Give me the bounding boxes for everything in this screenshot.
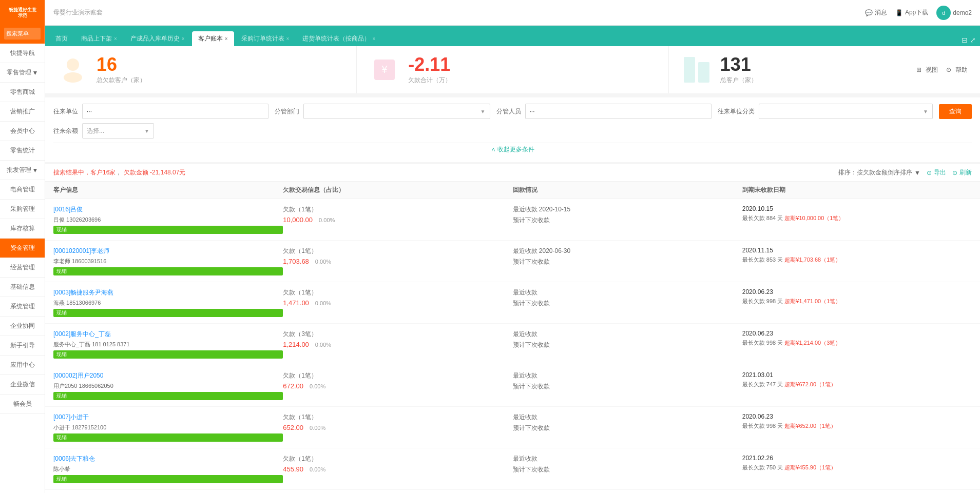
user-menu[interactable]: d demo2 [936, 6, 972, 20]
tab-label-jinhuo: 进货单统计表（按商品） [302, 34, 370, 43]
overdue-info-cell: 2020.06.23 最长欠款 998 天 超期¥652.00（1笔） [742, 413, 972, 430]
sidebar-item-huiyuan[interactable]: 会员中心 [0, 122, 45, 141]
sidebar-item-jingying[interactable]: 经营管理 [0, 258, 45, 278]
payment-recent: 最近收款 2020-06-30 [513, 247, 742, 255]
customer-name-link[interactable]: [0001020001]李老师 [53, 247, 283, 255]
sidebar-item-jichu[interactable]: 基础信息 [0, 278, 45, 297]
debt-percent: 0.00% [319, 217, 335, 223]
help-label[interactable]: 帮助 [955, 66, 968, 74]
sidebar-item-lingshaosc[interactable]: 零售商城 [0, 83, 45, 102]
refresh-button[interactable]: ⊙ 刷新 [952, 168, 972, 177]
app-download-button[interactable]: 📱 App下载 [895, 8, 928, 17]
sidebar-item-yingxiao[interactable]: 营销推广 [0, 102, 45, 122]
overdue-date: 2020.06.23 [742, 288, 972, 295]
customer-name-link[interactable]: [000002]用户2050 [53, 371, 283, 380]
customer-name-link[interactable]: [0003]畅捷服务尹海燕 [53, 288, 283, 297]
payment-info-cell: 最近收款 预计下次收款 [513, 330, 742, 349]
overdue-days: 最长欠款 884 天 超期¥10,000.00（1笔） [742, 214, 972, 222]
collapse-btn[interactable]: ∧ 收起更多条件 [53, 143, 972, 156]
search-button[interactable]: 查询 [939, 104, 972, 119]
sidebar-item-yingyong[interactable]: 应用中心 [0, 356, 45, 375]
close-icon4[interactable]: × [286, 36, 290, 42]
table-row: [0016]吕俊 吕俊 13026203696 现销 欠款（1笔） 10,000… [45, 199, 980, 241]
payment-info-cell: 最近收款 预计下次收款 [513, 413, 742, 432]
sidebar-item-kucun[interactable]: 库存核算 [0, 219, 45, 239]
tab-caigoudan[interactable]: 采购订单统计表 × [235, 31, 296, 46]
overdue-amount-link[interactable]: 超期¥1,471.00（1笔） [784, 298, 841, 304]
close-icon5[interactable]: × [372, 36, 375, 42]
sidebar-item-caigou[interactable]: 采购管理 [0, 200, 45, 219]
customer-contact: 陈小希 [53, 465, 283, 473]
tab-jinhuo[interactable]: 进货单统计表（按商品） × [296, 31, 381, 46]
close-icon2[interactable]: × [182, 36, 185, 42]
filter-dept-select[interactable]: ▼ [303, 104, 490, 119]
logo-line2: 示范 [9, 13, 36, 18]
customer-contact: 小进干 18279152100 [53, 424, 283, 431]
minimize-icon[interactable]: ⊟ [962, 36, 968, 44]
sidebar-item-kuaijie[interactable]: 快捷导航 [0, 44, 45, 63]
payment-next: 预计下次收款 [513, 258, 742, 266]
col-overdue: 到期未收款日期 [742, 186, 972, 194]
view-label[interactable]: 视图 [926, 66, 938, 74]
chevron-down-icon5: ▼ [144, 128, 149, 134]
overdue-amount-link[interactable]: 超期¥455.90（1笔） [784, 464, 836, 470]
sidebar-item-pifahua[interactable]: 批发管理 ▼ [0, 161, 45, 180]
sidebar-item-qiye[interactable]: 企业协同 [0, 317, 45, 336]
customer-name-link[interactable]: [0002]服务中心_丁磊 [53, 330, 283, 339]
sidebar-item-chang[interactable]: 畅会员 [0, 395, 45, 414]
debt-info-cell: 欠款（1笔） 672.00 0.00% [283, 371, 512, 390]
tab-kehuzhangben[interactable]: 客户账本 × [192, 31, 234, 46]
tab-label-chanjin: 产成品入库单历史 [130, 34, 180, 43]
sort-selector[interactable]: 排序：按欠款金额倒序排序 ▼ [838, 168, 920, 177]
tabs-controls: ⊟ ⤢ [962, 36, 976, 46]
overdue-amount-link[interactable]: 超期¥10,000.00（1笔） [784, 215, 844, 221]
maximize-icon[interactable]: ⤢ [970, 36, 976, 44]
customer-name-link[interactable]: [0007]小进干 [53, 413, 283, 422]
close-icon3[interactable]: × [225, 36, 228, 42]
customer-name-link[interactable]: [0016]吕俊 [53, 205, 283, 214]
results-amount-label: 欠款金额 [124, 169, 148, 176]
filter-classify-label: 往来单位分类 [718, 107, 755, 116]
sidebar-item-qywei[interactable]: 企业微信 [0, 375, 45, 395]
debt-info-cell: 欠款（1笔） 1,703.68 0.00% [283, 247, 512, 265]
tab-kehu[interactable]: 首页 [49, 31, 74, 46]
overdue-info-cell: 2021.02.26 最长欠款 750 天 超期¥455.90（1笔） [742, 455, 972, 471]
sidebar-item-lingshouguan[interactable]: 零售管理 ▼ [0, 63, 45, 83]
filter-area: 往来单位 ··· 分管部门 ▼ 分管人员 ··· [45, 97, 980, 162]
sidebar-item-zijin[interactable]: 资金管理 [0, 239, 45, 258]
tab-chanjin[interactable]: 产成品入库单历史 × [124, 31, 191, 46]
filter-classify-select[interactable]: ▼ [759, 104, 933, 119]
table-row: [0001020001]李老师 李老师 18600391516 现销 欠款（1笔… [45, 241, 980, 282]
overdue-info-cell: 2020.10.15 最长欠款 884 天 超期¥10,000.00（1笔） [742, 205, 972, 222]
payment-recent: 最近收款 [513, 288, 742, 297]
stat-label-debtors: 总欠款客户（家） [97, 76, 146, 85]
customer-tag: 现销 [53, 267, 283, 275]
filter-person-input[interactable]: ··· [525, 104, 712, 119]
stat-icon-debtors [57, 54, 88, 85]
payment-recent: 最近收款 [513, 413, 742, 422]
search-menu-button[interactable]: 搜索菜单 [4, 28, 41, 40]
export-button[interactable]: ⊙ 导出 [927, 168, 946, 177]
message-button[interactable]: 💬 消息 [865, 8, 887, 17]
balance-placeholder: 选择... [87, 127, 104, 135]
sidebar-item-lingtj[interactable]: 零售统计 [0, 141, 45, 161]
filter-balance-select[interactable]: 选择... ▼ [82, 123, 154, 139]
overdue-amount-link[interactable]: 超期¥1,214.00（3笔） [784, 340, 841, 346]
close-icon[interactable]: × [114, 36, 117, 42]
sidebar-item-xinshou[interactable]: 新手引导 [0, 336, 45, 356]
customer-info-cell: [000002]用户2050 用户2050 18665062050 现销 [53, 371, 283, 400]
tab-shangpin[interactable]: 商品上下架 × [75, 31, 123, 46]
overdue-info-cell: 2020.11.15 最长欠款 853 天 超期¥1,703.68（1笔） [742, 247, 972, 264]
col-customer: 客户信息 [53, 186, 283, 194]
filter-classify: 往来单位分类 ▼ [718, 104, 933, 119]
sidebar-item-xitong[interactable]: 系统管理 [0, 297, 45, 317]
debt-amount: 455.90 [283, 465, 303, 473]
customer-name-link[interactable]: [0006]去下粮仓 [53, 455, 283, 463]
overdue-amount-link[interactable]: 超期¥652.00（1笔） [784, 423, 836, 429]
stat-number-amount: -2.11 [408, 55, 451, 74]
overdue-amount-link[interactable]: 超期¥1,703.68（1笔） [784, 257, 841, 263]
sidebar-item-dianzhan[interactable]: 电商管理 [0, 180, 45, 200]
payment-recent: 最近收款 [513, 455, 742, 463]
filter-from-input[interactable]: ··· [82, 104, 268, 119]
overdue-amount-link[interactable]: 超期¥672.00（1笔） [784, 381, 836, 387]
